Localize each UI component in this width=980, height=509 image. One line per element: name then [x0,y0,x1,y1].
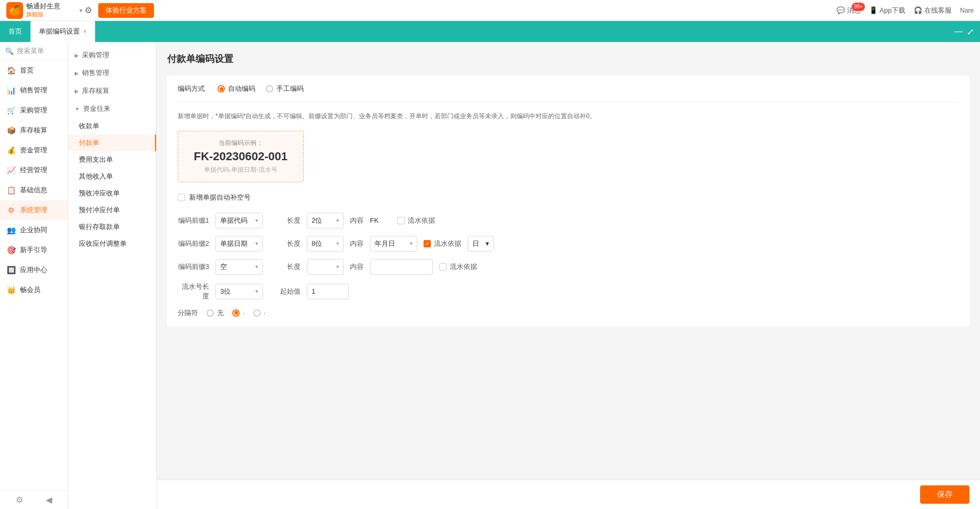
tab-minimize-button[interactable]: — [954,27,963,36]
prefix1-row: 编码前缀1 单据代码 ▾ 长度 2位 ▾ 内容 FK [178,213,959,228]
sub-item-payment[interactable]: 付款单 [68,134,156,151]
messages-button[interactable]: 💬 消息 99+ [837,6,861,15]
logo-icon: 🍊 [6,2,23,19]
sidebar-collapse-icon[interactable]: ◀ [46,495,52,505]
auto-radio[interactable]: 自动编码 [218,84,255,94]
sidebar-item-basic[interactable]: 📋 基础信息 [0,180,68,200]
sidebar-item-member[interactable]: 👑 畅会员 [0,280,68,300]
sidebar-item-label: 畅会员 [20,285,40,295]
bottom-bar: 保存 [157,480,980,509]
content1-label: 内容 [350,216,364,225]
basic-icon: 📋 [6,185,16,195]
sub-sidebar: ▶ 采购管理 ▶ 销售管理 ▶ 库存核算 ▼ 资金往来 [68,42,157,509]
prefix1-label: 编码前缀1 [178,216,209,225]
home-icon: 🏠 [6,66,16,75]
sidebar-item-system[interactable]: ⚙ 系统管理 [0,200,68,220]
system-icon: ⚙ [6,205,16,215]
sub-group-label: 资金往来 [83,104,110,113]
manual-radio[interactable]: 手工编码 [266,84,304,94]
messages-badge: 99+ [852,3,865,11]
prefix2-select[interactable]: 单据日期 ▾ [215,236,263,252]
sidebar-item-label: 库存核算 [20,126,47,135]
content2-select[interactable]: 年月日 ▾ [370,236,417,252]
cta-button[interactable]: 体验行业方案 [98,3,154,18]
sidebar-item-finance[interactable]: 💰 资金管理 [0,140,68,160]
sub-group-purchase-title[interactable]: ▶ 采购管理 [68,46,156,64]
tab-close-icon[interactable]: × [83,28,87,35]
app-logo: 🍊 畅通好生意 旗舰版 [6,2,60,19]
length3-select[interactable]: ▾ [307,259,344,275]
length1-value: 2位 [312,216,322,225]
serial-length-select[interactable]: 3位 ▾ [215,284,263,299]
sub-item-bank[interactable]: 银行存取款单 [68,219,156,235]
sidebar-item-inventory[interactable]: 📦 库存核算 [0,120,68,140]
tab-expand-button[interactable]: ⤢ [967,27,974,37]
serial-length-label: 流水号长度 [178,282,209,301]
sub-item-prepay-payable[interactable]: 预付冲应付单 [68,202,156,219]
user-info[interactable]: Nare [960,7,974,14]
sidebar-item-enterprise[interactable]: 👥 企业协同 [0,220,68,240]
settings-icon[interactable]: ⚙ [85,5,92,15]
topbar-nav-item[interactable] [69,8,77,13]
sub-group-capital: ▼ 资金往来 收款单 付款单 费用支出单 其他收入单 预收冲应收单 预付冲应付单… [68,100,156,252]
sub-group-capital-title[interactable]: ▼ 资金往来 [68,100,156,118]
day-select[interactable]: 日 ▾ [468,236,494,252]
inventory-icon: 📦 [6,126,16,135]
sep-dot-radio[interactable]: · [232,309,245,317]
water3-checkbox[interactable]: 流水依据 [439,262,477,272]
sub-group-inventory-title[interactable]: ▶ 库存核算 [68,82,156,100]
sidebar-search[interactable]: 🔍 搜索菜单 [0,42,68,60]
sidebar-settings-icon[interactable]: ⚙ [16,495,23,505]
water2-checkbox[interactable]: ✓ 流水依据 [424,239,461,248]
day-value: 日 [472,239,479,248]
tab-home[interactable]: 首页 [0,21,30,42]
sidebar-item-guide[interactable]: 🎯 新手引导 [0,240,68,260]
app-download-button[interactable]: 📱 App下载 [869,6,905,15]
content3-input[interactable] [370,259,433,275]
sep-dot-circle [232,309,240,317]
enterprise-icon: 👥 [6,225,16,235]
length2-select[interactable]: 8位 ▾ [307,236,344,252]
prefix3-select[interactable]: 空 ▾ [215,259,263,275]
length1-select[interactable]: 2位 ▾ [307,213,344,228]
content3-label: 内容 [350,262,364,272]
separator-label: 分隔符 [178,308,198,318]
sidebar-item-apps[interactable]: 🔲 应用中心 [0,260,68,280]
member-icon: 👑 [6,285,16,295]
sub-item-adjust[interactable]: 应收应付调整单 [68,235,156,252]
sep-dot-label: · [243,309,245,317]
sep-none-radio[interactable]: 无 [207,308,224,318]
content2-value: 年月日 [375,239,395,248]
water3-box [439,263,447,271]
apps-icon: 🔲 [6,265,16,275]
sep-none-label: 无 [217,308,224,318]
preview-label: 当前编码示例： [189,139,293,148]
sidebar-item-purchase[interactable]: 🛒 采购管理 [0,100,68,120]
save-button[interactable]: 保存 [920,485,969,504]
content-area: ▶ 采购管理 ▶ 销售管理 ▶ 库存核算 ▼ 资金往来 [68,42,980,509]
info-text: 新增单据时，*单据编码*自动生成，不可编辑。前缀设置为部门、业务员等档案类，开单… [178,111,959,122]
sidebar-item-home[interactable]: 🏠 首页 [0,60,68,80]
sidebar-item-label: 系统管理 [20,205,47,215]
start-value-input[interactable] [307,284,349,299]
prefix1-select[interactable]: 单据代码 ▾ [215,213,263,228]
arrow-right-icon: ▶ [75,53,79,58]
online-service-button[interactable]: 🎧 在线客服 [914,6,952,15]
sidebar-item-sales[interactable]: 📊 销售管理 [0,80,68,100]
guide-icon: 🎯 [6,245,16,255]
sub-item-income[interactable]: 其他收入单 [68,168,156,185]
sub-item-expense[interactable]: 费用支出单 [68,151,156,168]
tab-encoding-settings[interactable]: 单据编码设置 × [30,21,95,42]
sep-dash-radio[interactable]: · [253,309,266,317]
water1-checkbox[interactable]: 流水依据 [397,216,435,225]
water1-box [397,217,405,224]
sub-item-prepay-receivable[interactable]: 预收冲应收单 [68,185,156,202]
sales-icon: 📊 [6,86,16,95]
separator-row: 分隔符 无 · · [178,308,959,318]
sidebar-item-label: 首页 [20,66,34,75]
sub-item-receipt[interactable]: 收款单 [68,118,156,134]
sidebar-item-operation[interactable]: 📈 经营管理 [0,160,68,180]
sub-group-sales-title[interactable]: ▶ 销售管理 [68,64,156,82]
prefix3-value: 空 [220,262,227,272]
auto-fill-checkbox[interactable] [178,194,185,201]
